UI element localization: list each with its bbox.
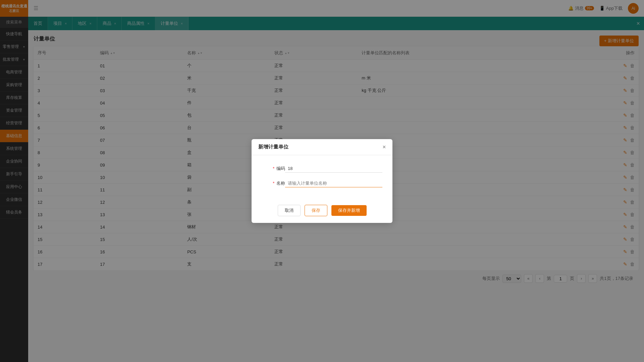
required-icon: *	[273, 181, 274, 186]
save-and-new-button[interactable]: 保存并新增	[331, 205, 367, 216]
form-code-label: * 编码	[262, 166, 285, 172]
modal-footer: 取消 保存 保存并新增	[252, 201, 392, 223]
form-row-code: * 编码	[262, 165, 382, 173]
cancel-button[interactable]: 取消	[278, 205, 301, 216]
label-text: 编码	[276, 166, 285, 171]
save-button[interactable]: 保存	[305, 205, 327, 216]
required-icon: *	[273, 166, 274, 171]
code-input[interactable]	[285, 165, 382, 173]
form-row-name: * 名称	[262, 179, 382, 187]
modal-add-unit: 新增计量单位 × * 编码 * 名称 取消 保存 保存并新增	[252, 139, 392, 223]
name-input[interactable]	[285, 179, 382, 187]
modal-close-button[interactable]: ×	[383, 144, 386, 150]
modal-overlay[interactable]: 新增计量单位 × * 编码 * 名称 取消 保存 保存并新增	[0, 0, 644, 362]
form-name-label: * 名称	[262, 180, 285, 186]
label-text: 名称	[276, 181, 285, 186]
modal-body: * 编码 * 名称	[252, 155, 392, 201]
modal-title: 新增计量单位	[258, 144, 288, 150]
modal-header: 新增计量单位 ×	[252, 139, 392, 155]
